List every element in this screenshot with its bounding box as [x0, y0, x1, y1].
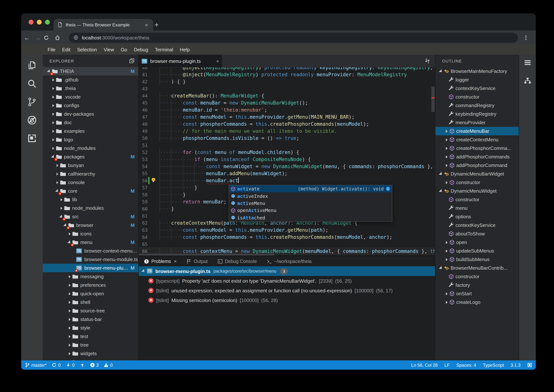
menubar-item-terminal[interactable]: Terminal	[152, 47, 176, 52]
chevron-down-icon[interactable]	[141, 270, 146, 272]
split-editor-icon[interactable]	[424, 58, 430, 64]
status-error[interactable]: 3	[90, 363, 98, 368]
chevron-collapsed-icon[interactable]	[51, 121, 56, 124]
chevron-collapsed-icon[interactable]	[51, 78, 56, 81]
code-editor[interactable]: 40········@inject(KeybindingRegistry)·pr…	[139, 67, 435, 256]
forward-icon[interactable]: →	[32, 35, 43, 41]
code-line[interactable]: 56················menuBar.act	[139, 177, 435, 184]
chevron-collapsed-icon[interactable]	[67, 352, 72, 355]
outline-item[interactable]: createContextMenu	[435, 135, 519, 144]
code-line[interactable]: 65	[139, 241, 435, 248]
chevron-collapsed-icon[interactable]	[444, 301, 449, 304]
outline-item[interactable]: contextKeyService	[435, 221, 519, 230]
chevron-collapsed-icon[interactable]	[67, 284, 72, 287]
code-line[interactable]: 63········const·menuModel·=·this.menuPro…	[139, 226, 435, 234]
chevron-expanded-icon[interactable]	[67, 241, 72, 243]
outline-item[interactable]: updateSubMenus	[435, 247, 519, 255]
chevron-collapsed-icon[interactable]	[67, 318, 72, 321]
code-line[interactable]: 55················menuBar.addMenu(menuWi…	[139, 170, 435, 177]
plugins-icon[interactable]	[27, 133, 37, 143]
chevron-collapsed-icon[interactable]	[67, 326, 72, 329]
chevron-expanded-icon[interactable]	[438, 267, 443, 269]
collapse-all-icon[interactable]	[129, 58, 135, 63]
outline-item[interactable]: DynamicMenuBarWidget	[435, 170, 519, 178]
outline-item[interactable]: factory	[435, 281, 519, 289]
outline-item[interactable]: open	[435, 238, 519, 247]
tree-item[interactable]: icons	[43, 230, 138, 238]
outline-item[interactable]: contextKeyService	[435, 84, 519, 93]
tree-item[interactable]: ✕browserM	[43, 221, 138, 230]
tree-item[interactable]: status-bar	[43, 315, 138, 323]
chevron-expanded-icon[interactable]	[438, 173, 443, 175]
suggest-item[interactable]: openActiveMenu	[229, 207, 392, 214]
new-tab-button[interactable]: +	[152, 21, 161, 29]
reload-icon[interactable]	[43, 35, 55, 40]
tree-item[interactable]: callhierarchy	[43, 170, 138, 178]
suggest-item[interactable]: activeMenu	[229, 200, 392, 207]
outline-item[interactable]: onStart	[435, 289, 519, 298]
chevron-collapsed-icon[interactable]	[67, 292, 72, 295]
home-icon[interactable]	[55, 35, 66, 40]
close-panel-icon[interactable]: ×	[174, 259, 177, 264]
tree-item[interactable]: shell	[43, 298, 138, 307]
suggest-item[interactable]: activate(method) Widget.activate(): void	[229, 185, 392, 192]
chevron-collapsed-icon[interactable]	[444, 258, 449, 261]
code-line[interactable]: 46········menuBar.id·=·'theia:menubar';	[139, 106, 435, 113]
tree-item[interactable]: logo	[43, 135, 138, 144]
debug-off-icon[interactable]	[27, 115, 37, 125]
close-tab-icon[interactable]: ×	[144, 22, 149, 28]
tree-item[interactable]: source-tree	[43, 307, 138, 315]
chevron-expanded-icon[interactable]	[438, 190, 443, 192]
back-icon[interactable]: ←	[21, 35, 32, 41]
outline-item[interactable]: menu	[435, 204, 519, 212]
panel-tab-output[interactable]: Output	[186, 259, 208, 264]
problems-file-row[interactable]: TS browser-menu-plugin.ts packages/core/…	[139, 266, 435, 276]
outline-item[interactable]: aboutToShow	[435, 230, 519, 238]
tree-item[interactable]: node_modules	[43, 144, 138, 153]
tree-item[interactable]: node_modules	[43, 204, 138, 212]
problem-row[interactable]: ✕[typescript]Property 'act' does not exi…	[139, 276, 435, 286]
tree-item[interactable]: dev-packages	[43, 110, 138, 118]
chevron-expanded-icon[interactable]	[51, 156, 56, 158]
panel-tab-problems[interactable]: Problems×	[144, 259, 177, 264]
chevron-collapsed-icon[interactable]	[67, 232, 72, 235]
menubar-item-go[interactable]: Go	[118, 47, 131, 52]
outline-item[interactable]: keybindingRegistry	[435, 110, 519, 118]
minimize-window-button[interactable]	[37, 20, 42, 25]
outline-item[interactable]: options	[435, 212, 519, 221]
status-spaces--4[interactable]: Spaces: 4	[456, 363, 476, 368]
tree-item[interactable]: tree	[43, 341, 138, 349]
outline-item[interactable]: commandRegistry	[435, 101, 519, 110]
status-feedback[interactable]	[527, 363, 532, 367]
code-line[interactable]: 53············if·(menu·instanceof·Compos…	[139, 156, 435, 163]
search-icon[interactable]	[27, 79, 37, 89]
menubar-item-file[interactable]: File	[44, 47, 59, 52]
chevron-collapsed-icon[interactable]	[444, 241, 449, 244]
chevron-collapsed-icon[interactable]	[51, 87, 56, 90]
chevron-collapsed-icon[interactable]	[444, 292, 449, 295]
code-line[interactable]: 64········const·phosphorCommands·=·this.…	[139, 234, 435, 241]
code-line[interactable]: 42····)·{·}	[139, 78, 435, 85]
chevron-expanded-icon[interactable]	[438, 70, 443, 72]
tree-item[interactable]: test	[43, 332, 138, 341]
chevron-collapsed-icon[interactable]	[67, 309, 72, 312]
tree-item[interactable]: ✕srcM	[43, 212, 138, 221]
chevron-collapsed-icon[interactable]	[59, 198, 64, 201]
chevron-collapsed-icon[interactable]	[444, 155, 449, 158]
menubar-item-selection[interactable]: Selection	[74, 47, 100, 52]
tree-item[interactable]: quick-open	[43, 289, 138, 298]
address-bar[interactable]: localhost:3000/workspace/theia	[69, 33, 518, 42]
close-editor-icon[interactable]: ×	[216, 58, 219, 64]
tree-item[interactable]: TSbrowser-menu-module.ts	[43, 255, 138, 264]
status-arrow-down[interactable]: 0	[66, 363, 75, 368]
chevron-collapsed-icon[interactable]	[67, 335, 72, 338]
chevron-collapsed-icon[interactable]	[444, 249, 449, 252]
menubar-item-help[interactable]: Help	[176, 47, 193, 52]
code-line[interactable]: 41········@inject(MenuModelRegistry)·pro…	[139, 71, 435, 78]
problem-row[interactable]: ✕[tslint]unused expression, expected an …	[139, 286, 435, 295]
code-line[interactable]: 52········for·(const·menu·of·menuModel.c…	[139, 149, 435, 156]
code-line[interactable]: 40········@inject(KeybindingRegistry)·pr…	[139, 67, 435, 71]
lightbulb-icon[interactable]	[151, 177, 156, 183]
chevron-collapsed-icon[interactable]	[51, 104, 56, 107]
code-line[interactable]: 54················const·menuWidget·=·new…	[139, 163, 435, 170]
